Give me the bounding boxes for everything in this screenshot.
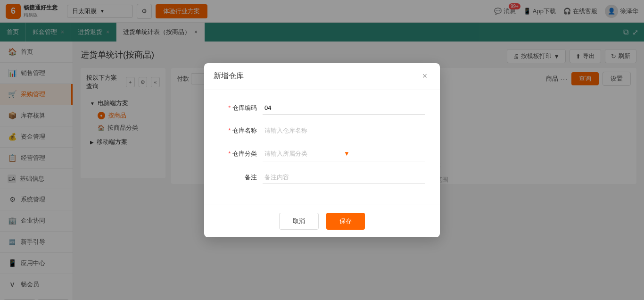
form-row-remark: 备注 (219, 171, 425, 184)
select-arrow-icon: ▼ (344, 150, 423, 157)
dialog-close-button[interactable]: × (419, 71, 430, 82)
category-select[interactable]: 请输入所属分类 ▼ (263, 147, 425, 161)
dialog-header: 新增仓库 × (204, 63, 440, 90)
save-button[interactable]: 保存 (326, 213, 365, 230)
add-warehouse-dialog: 新增仓库 × 仓库编码 仓库名称 仓库分类 请输入所属分类 ▼ (204, 63, 440, 237)
dialog-overlay[interactable]: 新增仓库 × 仓库编码 仓库名称 仓库分类 请输入所属分类 ▼ (0, 0, 644, 300)
form-row-name: 仓库名称 (219, 124, 425, 137)
form-row-code: 仓库编码 (219, 101, 425, 115)
form-row-category: 仓库分类 请输入所属分类 ▼ (219, 147, 425, 161)
code-label: 仓库编码 (219, 104, 257, 112)
name-input[interactable] (263, 124, 425, 137)
code-input[interactable] (263, 101, 425, 115)
remark-label: 备注 (219, 173, 257, 182)
dialog-body: 仓库编码 仓库名称 仓库分类 请输入所属分类 ▼ 备注 (204, 90, 440, 205)
remark-input[interactable] (263, 171, 425, 184)
cancel-button[interactable]: 取消 (279, 213, 319, 230)
dialog-title: 新增仓库 (214, 71, 244, 81)
dialog-footer: 取消 保存 (204, 205, 440, 237)
name-label: 仓库名称 (219, 126, 257, 135)
category-label: 仓库分类 (219, 150, 257, 158)
